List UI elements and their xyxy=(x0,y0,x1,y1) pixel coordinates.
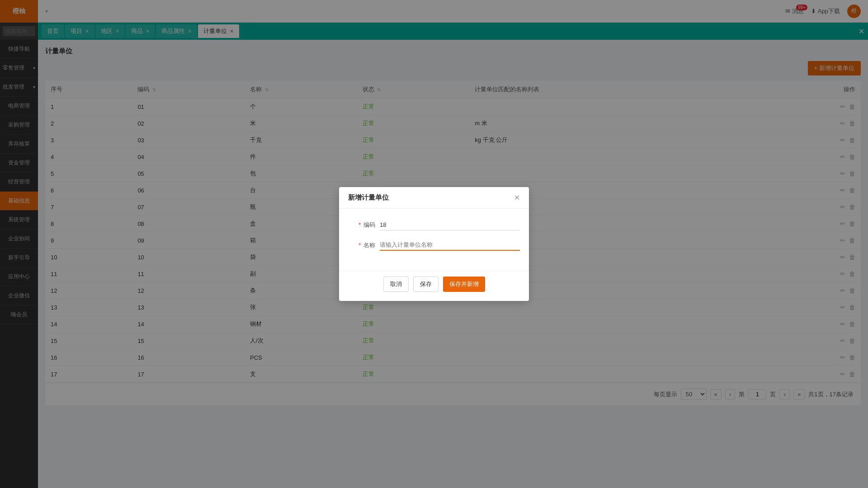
modal-header: 新增计量单位 ✕ xyxy=(339,187,529,209)
name-label-text: 名称 xyxy=(363,242,375,249)
required-star-name: * xyxy=(359,242,361,249)
form-row-name: * 名称 xyxy=(348,239,520,251)
modal-overlay[interactable]: 新增计量单位 ✕ * 编码 * 名称 取消 保存 保存并新增 xyxy=(0,0,868,488)
modal-body: * 编码 * 名称 xyxy=(339,209,529,271)
code-input[interactable] xyxy=(380,220,520,230)
code-label: * 编码 xyxy=(348,221,375,229)
required-star: * xyxy=(359,221,361,228)
cancel-button[interactable]: 取消 xyxy=(383,277,409,292)
name-label: * 名称 xyxy=(348,241,375,249)
add-unit-modal: 新增计量单位 ✕ * 编码 * 名称 取消 保存 保存并新增 xyxy=(339,187,529,301)
save-and-add-button[interactable]: 保存并新增 xyxy=(443,277,485,292)
save-button[interactable]: 保存 xyxy=(413,277,439,292)
name-input[interactable] xyxy=(380,239,520,251)
modal-close-button[interactable]: ✕ xyxy=(514,193,520,202)
code-label-text: 编码 xyxy=(363,221,375,228)
form-row-code: * 编码 xyxy=(348,220,520,230)
modal-footer: 取消 保存 保存并新增 xyxy=(339,271,529,301)
modal-title: 新增计量单位 xyxy=(348,193,389,202)
